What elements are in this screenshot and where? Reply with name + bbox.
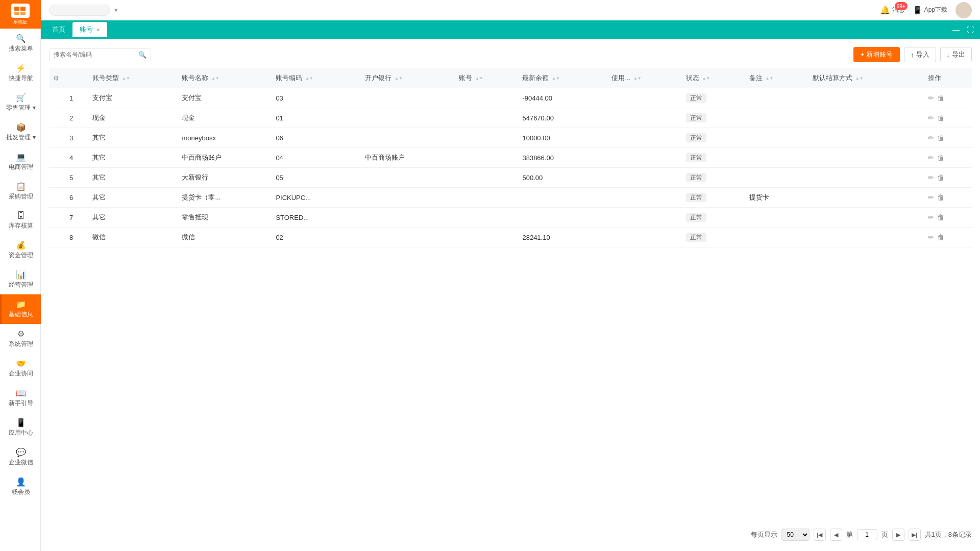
topbar-dropdown-icon[interactable]: ▾: [114, 6, 118, 14]
message-button[interactable]: 🔔 消息 99+: [880, 5, 904, 15]
topbar-search-input[interactable]: [49, 5, 110, 16]
edit-button-1[interactable]: ✏: [928, 114, 934, 122]
main-area: ▾ 🔔 消息 99+ 📱 App下载 首页 账号 ✕ — ⛶: [41, 0, 980, 551]
sidebar-item-wechat[interactable]: 💬企业微信: [0, 442, 41, 472]
first-page-button[interactable]: |◀: [814, 529, 826, 541]
row-actions-1: ✏ 🗑: [924, 108, 972, 128]
last-page-button[interactable]: ▶|: [909, 529, 921, 541]
row-remark-1: [745, 108, 808, 128]
sidebar-item-inventory[interactable]: 🗄库存核算: [0, 206, 41, 235]
col-account-no[interactable]: 账号 ▲▼: [455, 68, 518, 88]
col-status[interactable]: 状态 ▲▼: [682, 68, 745, 88]
tabbar-minimize-button[interactable]: —: [950, 24, 962, 35]
sidebar-icon-ecom: 💻: [4, 152, 39, 162]
export-button[interactable]: ↓ 导出: [940, 47, 972, 62]
tab-account[interactable]: 账号 ✕: [72, 22, 107, 37]
row-account-code-5: PICKUPC...: [272, 188, 361, 208]
delete-button-1[interactable]: 🗑: [937, 114, 944, 122]
settings-gear-icon[interactable]: ⚙: [53, 74, 59, 82]
col-balance[interactable]: 最新余额 ▲▼: [518, 68, 607, 88]
sidebar-item-retail[interactable]: 🛒零售管理 ▾: [0, 88, 41, 117]
edit-button-0[interactable]: ✏: [928, 94, 934, 102]
status-badge-2: 正常: [686, 133, 706, 142]
search-icon: 🔍: [138, 51, 146, 59]
svg-rect-3: [20, 12, 26, 15]
sidebar-item-basic-info[interactable]: 📁基础信息: [0, 294, 41, 324]
delete-button-6[interactable]: 🗑: [937, 213, 944, 221]
delete-button-4[interactable]: 🗑: [937, 173, 944, 182]
col-account-type[interactable]: 账号类型 ▲▼: [88, 68, 178, 88]
col-account-code[interactable]: 账号编码 ▲▼: [272, 68, 361, 88]
edit-button-6[interactable]: ✏: [928, 213, 934, 221]
row-usage-5: [607, 188, 681, 208]
sidebar-item-app-center[interactable]: 📱应用中心: [0, 413, 41, 442]
sidebar-label-wechat: 企业微信: [4, 458, 39, 467]
sidebar-item-guide[interactable]: 📖新手引导: [0, 383, 41, 413]
edit-button-7[interactable]: ✏: [928, 233, 934, 241]
row-default-payment-1: [808, 108, 924, 128]
row-bank-1: [361, 108, 455, 128]
add-account-button[interactable]: + 新增账号: [853, 47, 900, 62]
col-account-name[interactable]: 账号名称 ▲▼: [178, 68, 272, 88]
col-usage[interactable]: 使用... ▲▼: [607, 68, 681, 88]
delete-button-7[interactable]: 🗑: [937, 233, 944, 241]
row-account-code-0: 03: [272, 88, 361, 108]
sidebar-label-quick-nav: 快捷导航: [4, 74, 39, 83]
sidebar-item-ecom[interactable]: 💻电商管理: [0, 147, 41, 177]
delete-button-3[interactable]: 🗑: [937, 154, 944, 162]
row-bank-3: 中百商场账户: [361, 148, 455, 168]
search-box[interactable]: 🔍: [49, 48, 151, 61]
sidebar-item-finance[interactable]: 💰资金管理: [0, 235, 41, 265]
row-account-no-2: [455, 128, 518, 148]
table-row: 2 现金 现金 01 547670.00 正常 ✏ 🗑: [49, 108, 972, 128]
delete-button-0[interactable]: 🗑: [937, 94, 944, 102]
prev-page-button[interactable]: ◀: [830, 529, 842, 541]
table-row: 5 其它 大新银行 05 500.00 正常 ✏ 🗑: [49, 168, 972, 188]
sidebar-label-search: 搜索菜单: [4, 44, 39, 53]
col-default-payment[interactable]: 默认结算方式 ▲▼: [808, 68, 924, 88]
edit-button-5[interactable]: ✏: [928, 193, 934, 202]
sidebar-item-purchase[interactable]: 📋采购管理: [0, 177, 41, 206]
page-size-select[interactable]: 50 100 200: [781, 529, 810, 541]
row-account-name-6: 零售抵现: [178, 208, 272, 228]
row-default-payment-2: [808, 128, 924, 148]
col-bank[interactable]: 开户银行 ▲▼: [361, 68, 455, 88]
import-button[interactable]: ↑ 导入: [904, 47, 936, 62]
sidebar-item-system[interactable]: ⚙系统管理: [0, 324, 41, 354]
sidebar-item-member[interactable]: 👤畅会员: [0, 472, 41, 502]
row-usage-4: [607, 168, 681, 188]
svg-rect-1: [20, 7, 26, 11]
tab-home[interactable]: 首页: [45, 22, 72, 37]
tab-account-label: 账号: [80, 25, 93, 34]
sidebar-label-system: 系统管理: [4, 340, 39, 348]
sidebar-icon-purchase: 📋: [4, 182, 39, 191]
delete-button-5[interactable]: 🗑: [937, 193, 944, 202]
next-page-button[interactable]: ▶: [892, 529, 904, 541]
sidebar-item-search[interactable]: 🔍搜索菜单: [0, 29, 41, 58]
row-actions-6: ✏ 🗑: [924, 208, 972, 228]
sidebar-item-operation[interactable]: 📊经营管理: [0, 265, 41, 294]
tab-account-close[interactable]: ✕: [96, 27, 100, 33]
sort-icon-code: ▲▼: [305, 76, 313, 81]
col-settings[interactable]: ⚙: [49, 68, 65, 88]
row-actions-0: ✏ 🗑: [924, 88, 972, 108]
avatar[interactable]: [955, 2, 972, 18]
tabbar-fullscreen-button[interactable]: ⛶: [965, 24, 976, 35]
edit-button-2[interactable]: ✏: [928, 134, 934, 142]
sidebar-item-quick-nav[interactable]: ⚡快捷导航: [0, 58, 41, 88]
row-status-7: 正常: [682, 228, 745, 247]
sidebar-label-basic-info: 基础信息: [4, 310, 39, 319]
edit-button-3[interactable]: ✏: [928, 154, 934, 162]
page-number-input[interactable]: [857, 529, 877, 540]
col-remark[interactable]: 备注 ▲▼: [745, 68, 808, 88]
edit-button-4[interactable]: ✏: [928, 173, 934, 182]
app-download-button[interactable]: 📱 App下载: [913, 6, 947, 15]
table-row: 7 其它 零售抵现 STORED... 正常 ✏ 🗑: [49, 208, 972, 228]
row-balance-1: 547670.00: [518, 108, 607, 128]
col-index: [65, 68, 88, 88]
sidebar-item-wholesale[interactable]: 📦批发管理 ▾: [0, 117, 41, 147]
search-input[interactable]: [54, 51, 135, 58]
sidebar-item-enterprise[interactable]: 🤝企业协同: [0, 354, 41, 383]
app-download-label: App下载: [924, 6, 947, 14]
delete-button-2[interactable]: 🗑: [937, 134, 944, 142]
